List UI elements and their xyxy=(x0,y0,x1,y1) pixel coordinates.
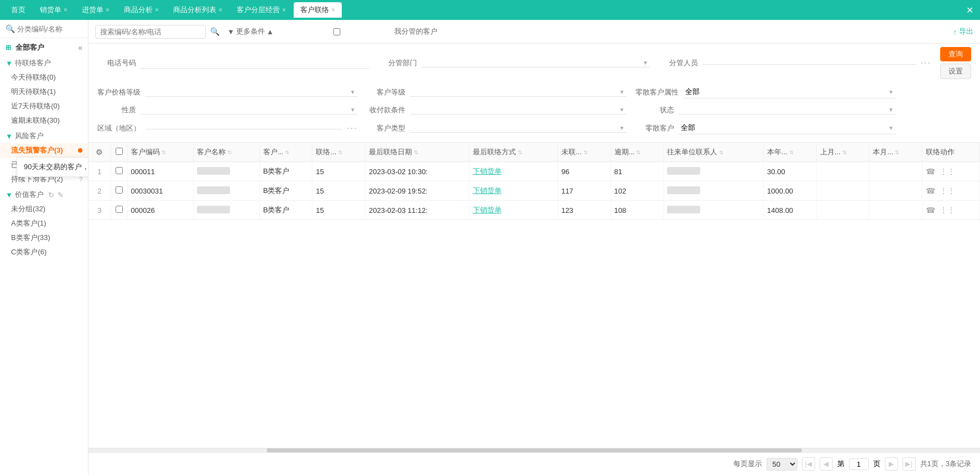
sidebar-item-churn-warning[interactable]: 流失预警客户(3) xyxy=(0,143,88,158)
sidebar-item-overdue[interactable]: 逾期未联络(30) xyxy=(0,113,88,128)
edit-icon[interactable]: ✎ xyxy=(58,191,64,199)
th-last-contact-date[interactable]: 最后联络日期⇅ xyxy=(365,143,469,162)
close-icon[interactable]: × xyxy=(64,6,67,14)
sidebar-item-ungrouped[interactable]: 未分组(32) xyxy=(0,202,88,216)
prev-page-button[interactable]: ◀ xyxy=(820,457,833,471)
th-last-contact-way[interactable]: 最后联络方式⇅ xyxy=(469,143,557,162)
th-checkbox xyxy=(111,143,127,162)
select-all-checkbox[interactable] xyxy=(116,148,123,155)
th-type[interactable]: 客户...⇅ xyxy=(259,143,312,162)
settings-icon[interactable]: ⚙ xyxy=(96,148,103,156)
row-checkbox-1[interactable] xyxy=(116,186,123,194)
tab-product-analysis-list[interactable]: 商品分析列表 × xyxy=(166,2,229,18)
person-select[interactable] xyxy=(702,62,916,65)
collapse-button[interactable]: « xyxy=(78,43,82,52)
sidebar-item-today[interactable]: 今天待联络(0) xyxy=(0,70,88,85)
th-not-contact[interactable]: 未联...⇅ xyxy=(557,143,611,162)
close-icon[interactable]: × xyxy=(155,6,159,14)
sidebar-item-7days[interactable]: 近7天待联络(0) xyxy=(0,99,88,113)
sidebar-item-class-c[interactable]: C类客户(6) xyxy=(0,245,88,259)
zero-attr-select[interactable]: 全部 ▼ xyxy=(683,86,896,98)
action-more-icon-0[interactable]: ⋮⋮ xyxy=(940,167,955,176)
sidebar-item-class-a[interactable]: A类客户(1) xyxy=(0,216,88,231)
content-area: 🔍 ▼ 更多条件 ▲ 我分管的客户 ↑ 导出 xyxy=(88,20,980,475)
my-customers-checkbox-label[interactable]: 我分管的客户 xyxy=(282,27,437,36)
close-icon[interactable]: × xyxy=(331,6,335,14)
tab-customer-segment[interactable]: 客户分层经营 × xyxy=(230,2,293,18)
payment-select[interactable]: ▼ xyxy=(410,106,627,114)
refresh-icon[interactable]: ↻ xyxy=(48,191,54,199)
sidebar-group-risk[interactable]: ▼ 风险客户 xyxy=(0,128,88,143)
status-select[interactable]: ▼ xyxy=(679,106,896,114)
sidebar-group-pending[interactable]: ▼ 待联络客户 xyxy=(0,55,88,70)
close-icon[interactable]: × xyxy=(106,6,110,14)
th-last-contact-way-label: 最后联络方式 xyxy=(473,147,516,157)
export-button[interactable]: ↑ 导出 xyxy=(953,27,974,36)
scrollbar-thumb[interactable] xyxy=(267,448,801,452)
action-more-icon-1[interactable]: ⋮⋮ xyxy=(940,186,955,195)
sidebar-item-class-b[interactable]: B类客户(33) xyxy=(0,231,88,245)
filter-search-icon[interactable]: 🔍 xyxy=(210,27,220,36)
per-page-select[interactable]: 50 100 200 xyxy=(767,458,797,471)
page-number-input[interactable] xyxy=(849,458,869,470)
sidebar: 🔍 ⊞ 全部客户 « ▼ 待联络客户 今天待联络(0) 明天待联络(1) 近7天… xyxy=(0,20,88,475)
next-page-button[interactable]: ▶ xyxy=(885,457,898,471)
region-label: 区域（地区） xyxy=(97,123,140,133)
cust-level-select[interactable]: ▼ xyxy=(410,88,627,97)
close-all-tabs-button[interactable]: ✕ xyxy=(964,3,976,18)
phone-input[interactable] xyxy=(140,58,369,69)
sidebar-group-value[interactable]: ▼ 价值客户 ↻ ✎ xyxy=(0,186,88,202)
my-customers-checkbox[interactable] xyxy=(282,28,392,35)
th-code[interactable]: 客户编码⇅ xyxy=(127,143,194,162)
tab-homepage[interactable]: 首页 xyxy=(4,2,32,18)
row-action-0: ☎ ⋮⋮ xyxy=(922,162,980,181)
sidebar-search-input[interactable] xyxy=(17,25,88,33)
row-index-0: 1 xyxy=(88,162,111,181)
th-unit-contact[interactable]: 往来单位联系人⇅ xyxy=(664,143,764,162)
last-page-button[interactable]: ▶| xyxy=(903,457,916,471)
tab-customer-contact[interactable]: 客户联络 × xyxy=(294,2,342,18)
phone-field: 电话号码 xyxy=(97,58,369,69)
zero-retail-select[interactable]: 全部 ▼ xyxy=(679,122,896,134)
filter-icon: ▼ xyxy=(227,28,234,36)
action-more-icon-2[interactable]: ⋮⋮ xyxy=(940,206,955,215)
th-current-year[interactable]: 本年...⇅ xyxy=(764,143,817,162)
settings-button[interactable]: 设置 xyxy=(940,64,971,79)
th-contact[interactable]: 联络...⇅ xyxy=(312,143,366,162)
more-dots-icon2[interactable]: ··· xyxy=(347,123,357,133)
filter-bar: 🔍 ▼ 更多条件 ▲ 我分管的客户 ↑ 导出 xyxy=(88,20,980,44)
row-checkbox-0[interactable] xyxy=(116,167,123,174)
more-dots-icon1[interactable]: ··· xyxy=(921,58,931,68)
th-this-month[interactable]: 本月...⇅ xyxy=(869,143,922,162)
row-checkbox-2[interactable] xyxy=(116,206,123,213)
region-select[interactable] xyxy=(145,127,342,129)
more-conditions-button[interactable]: ▼ 更多条件 ▲ xyxy=(224,24,277,39)
cust-type-select[interactable]: ▼ xyxy=(410,124,627,133)
chevron-down-icon6: ▼ xyxy=(350,107,356,113)
sidebar-item-tomorrow[interactable]: 明天待联络(1) xyxy=(0,85,88,99)
th-overdue[interactable]: 逾期...⇅ xyxy=(611,143,664,162)
nature-select[interactable]: ▼ xyxy=(140,106,358,114)
sort-icon8: ⇅ xyxy=(636,149,640,155)
action-contact-icon-1[interactable]: ☎ xyxy=(926,186,935,195)
tab-sales-order[interactable]: 销货单 × xyxy=(33,2,74,18)
tab-product-analysis[interactable]: 商品分析 × xyxy=(117,2,165,18)
close-icon[interactable]: × xyxy=(218,6,222,14)
dept-select[interactable]: ▼ xyxy=(421,59,650,67)
query-button[interactable]: 查询 xyxy=(940,47,971,61)
search-input[interactable] xyxy=(95,25,206,39)
th-name[interactable]: 客户名称⇅ xyxy=(194,143,260,162)
th-settings[interactable]: ⚙ xyxy=(88,143,111,162)
action-contact-icon-0[interactable]: ☎ xyxy=(926,167,935,176)
cust-type-label: 客户类型 xyxy=(367,123,405,133)
close-icon[interactable]: × xyxy=(282,6,286,14)
row-code-0: 000011 xyxy=(127,162,194,181)
price-level-select[interactable]: ▼ xyxy=(145,88,358,97)
tab-sales-label: 销货单 xyxy=(40,5,61,15)
tab-product-analysis-label: 商品分析 xyxy=(124,5,153,15)
tab-purchase-order[interactable]: 进货单 × xyxy=(75,2,116,18)
first-page-button[interactable]: |◀ xyxy=(802,457,815,471)
th-last-month[interactable]: 上月...⇅ xyxy=(816,143,869,162)
all-customers-header[interactable]: ⊞ 全部客户 « xyxy=(0,38,88,55)
action-contact-icon-2[interactable]: ☎ xyxy=(926,206,935,215)
